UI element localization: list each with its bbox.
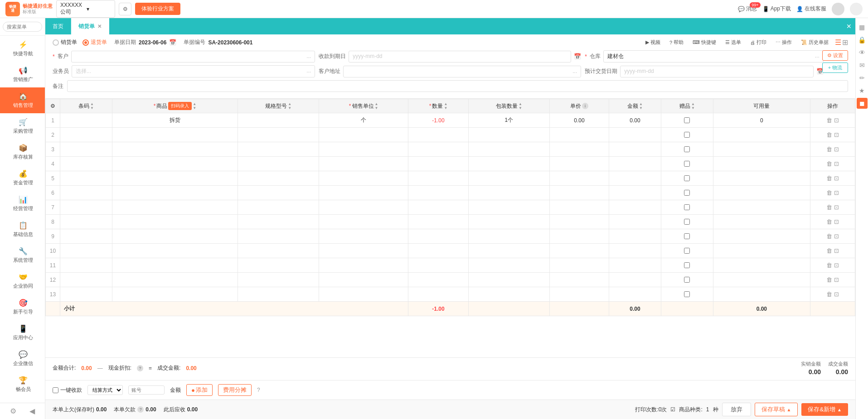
- message-button[interactable]: 💬 消息 99+: [738, 5, 757, 13]
- owe-info-icon[interactable]: ?: [137, 406, 144, 413]
- payment-help-icon[interactable]: ?: [257, 387, 260, 393]
- abandon-button[interactable]: 放弃: [722, 403, 751, 416]
- remarks-input[interactable]: [67, 80, 848, 92]
- sidebar-item-enterprise[interactable]: 🤝 企业协同: [0, 268, 45, 294]
- copy-icon[interactable]: ⊡: [834, 189, 839, 196]
- operations-btn[interactable]: ⋯ 操作: [773, 38, 795, 47]
- row-unit[interactable]: 个: [319, 113, 408, 128]
- grid-view-icon[interactable]: ⊞: [842, 38, 848, 47]
- right-panel-edit-icon[interactable]: ✏: [857, 72, 868, 83]
- sidebar-item-appcenter[interactable]: 📱 应用中心: [0, 320, 45, 346]
- gift-checkbox[interactable]: [684, 291, 690, 297]
- gift-checkbox[interactable]: [684, 204, 690, 210]
- scan-button[interactable]: 扫码录入: [168, 102, 192, 110]
- one-click-checkbox[interactable]: [53, 387, 58, 393]
- delete-icon[interactable]: 🗑: [826, 175, 832, 182]
- add-button[interactable]: ● 添加: [186, 384, 213, 396]
- delete-icon[interactable]: 🗑: [826, 247, 832, 254]
- print-btn[interactable]: 🖨 打印: [747, 38, 769, 47]
- logistics-button[interactable]: + 物流: [822, 63, 848, 73]
- avatar2[interactable]: [850, 3, 863, 15]
- right-panel-star-icon[interactable]: ★: [857, 85, 868, 96]
- due-date-input[interactable]: yyyy-mm-dd: [349, 51, 571, 63]
- delete-icon[interactable]: 🗑: [826, 189, 832, 196]
- sidebar-item-finance[interactable]: 💰 资金管理: [0, 165, 45, 191]
- sidebar-gear-icon[interactable]: ⚙: [10, 407, 16, 415]
- product-type-icon[interactable]: ☑: [670, 406, 675, 413]
- gift-checkbox[interactable]: [684, 219, 690, 225]
- avatar[interactable]: [832, 3, 844, 15]
- delete-icon[interactable]: 🗑: [826, 146, 832, 153]
- shortcut-btn[interactable]: ⌨ 快捷键: [690, 38, 719, 47]
- calc-method-select[interactable]: 结算方式: [87, 385, 123, 395]
- row-product[interactable]: 拆货: [112, 113, 238, 128]
- delete-icon[interactable]: 🗑: [826, 160, 832, 167]
- video-btn[interactable]: ▶ 视频: [643, 38, 663, 47]
- sidebar-item-purchase[interactable]: 🛒 采购管理: [0, 113, 45, 139]
- right-panel-mail-icon[interactable]: ✉: [857, 60, 868, 71]
- gift-checkbox[interactable]: [684, 277, 690, 283]
- warehouse-input[interactable]: 建材仓 ...: [603, 50, 824, 63]
- copy-icon[interactable]: ⊡: [834, 247, 839, 254]
- due-date-calendar-icon[interactable]: 📅: [574, 53, 581, 60]
- right-panel-lock-icon[interactable]: 🔒: [857, 34, 868, 45]
- row-spec[interactable]: [238, 113, 319, 128]
- company-selector[interactable]: XXXXXX公司 ▾: [56, 0, 115, 18]
- account-input[interactable]: [128, 385, 165, 395]
- copy-icon[interactable]: ⊡: [834, 276, 839, 283]
- copy-icon[interactable]: ⊡: [834, 262, 839, 269]
- delete-icon[interactable]: 🗑: [826, 233, 832, 240]
- copy-icon[interactable]: ⊡: [834, 160, 839, 167]
- save-new-button[interactable]: 保存&新增 ▲: [801, 403, 848, 416]
- copy-icon[interactable]: ⊡: [834, 117, 839, 124]
- copy-icon[interactable]: ⊡: [834, 131, 839, 138]
- sidebar-item-basic-info[interactable]: 📋 基础信息: [0, 217, 45, 242]
- sidebar-item-inventory[interactable]: 📦 库存核算: [0, 139, 45, 165]
- copy-icon[interactable]: ⊡: [834, 204, 839, 211]
- settings-icon[interactable]: ⚙: [119, 3, 131, 15]
- row-qty[interactable]: -1.00: [408, 113, 469, 128]
- delete-icon[interactable]: 🗑: [826, 131, 832, 138]
- delivery-date-input[interactable]: yyyy-mm-dd: [620, 66, 814, 77]
- help-btn[interactable]: ? 帮助: [667, 38, 686, 47]
- sidebar-item-quick-nav[interactable]: ⚡ 快捷导航: [0, 36, 45, 62]
- sidebar-item-corpwechat[interactable]: 💬 企业微信: [0, 346, 45, 371]
- discount-info-icon[interactable]: ?: [137, 365, 143, 371]
- salesperson-input[interactable]: 选择... ...: [72, 65, 315, 77]
- sidebar-collapse-icon[interactable]: ◀: [29, 407, 35, 415]
- row-pkg-qty[interactable]: 1个: [468, 113, 549, 128]
- tab-close-icon[interactable]: ✕: [97, 24, 102, 29]
- sidebar-item-system[interactable]: 🔧 系统管理: [0, 242, 45, 268]
- history-btn[interactable]: 📜 历史单据: [798, 38, 831, 47]
- settings-button[interactable]: ⚙ 设置: [822, 50, 848, 61]
- customer-addr-input[interactable]: ...: [343, 66, 581, 77]
- sidebar-item-marketing[interactable]: 📢 营销推广: [0, 62, 45, 87]
- return-order-radio[interactable]: 退货单: [82, 39, 107, 46]
- close-all-tabs-icon[interactable]: ✕: [846, 23, 852, 30]
- search-input[interactable]: [3, 22, 42, 32]
- sidebar-item-newbie[interactable]: 🎯 新手引导: [0, 294, 45, 320]
- delete-icon[interactable]: 🗑: [826, 218, 832, 225]
- gift-checkbox[interactable]: [684, 262, 690, 268]
- copy-icon[interactable]: ⊡: [834, 291, 839, 298]
- app-download-button[interactable]: 📱 App下载: [762, 5, 791, 13]
- delete-icon[interactable]: 🗑: [826, 291, 832, 298]
- sidebar-item-member[interactable]: 🏆 畅会员: [0, 371, 45, 397]
- price-info-icon[interactable]: i: [582, 103, 588, 109]
- gift-checkbox[interactable]: [684, 161, 690, 167]
- select-order-btn[interactable]: ☰ 选单: [723, 38, 744, 47]
- one-click-payment[interactable]: 一键收款: [53, 386, 82, 394]
- right-panel-grid-icon[interactable]: ▦: [857, 22, 868, 33]
- gift-checkbox[interactable]: [684, 233, 690, 239]
- row-gift[interactable]: [661, 113, 713, 128]
- gift-checkbox[interactable]: [684, 146, 690, 152]
- copy-icon[interactable]: ⊡: [834, 233, 839, 240]
- expense-split-button[interactable]: 费用分摊: [218, 384, 252, 396]
- row-amount[interactable]: 0.00: [609, 113, 661, 128]
- save-draft-button[interactable]: 保存草稿 ▲: [755, 403, 798, 416]
- gift-checkbox[interactable]: [684, 117, 690, 123]
- th-settings[interactable]: ⚙: [46, 99, 60, 113]
- row-price[interactable]: 0.00: [549, 113, 609, 128]
- delete-icon[interactable]: 🗑: [826, 117, 832, 124]
- row-barcode[interactable]: [60, 113, 112, 128]
